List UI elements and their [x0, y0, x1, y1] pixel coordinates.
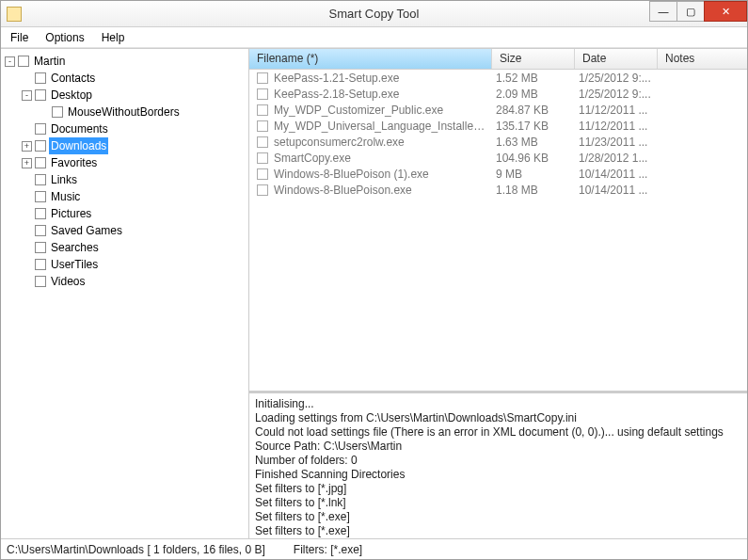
checkbox[interactable] — [52, 106, 63, 118]
tree-label[interactable]: Desktop — [49, 87, 94, 104]
tree-label[interactable]: Searches — [49, 239, 101, 256]
tree-label[interactable]: Music — [49, 188, 82, 205]
expander-icon[interactable]: + — [22, 158, 32, 168]
checkbox[interactable] — [35, 242, 46, 253]
checkbox[interactable] — [257, 120, 268, 132]
tree-label[interactable]: Saved Games — [49, 222, 124, 239]
tree-root[interactable]: - Martin — [3, 53, 247, 70]
menu-help[interactable]: Help — [102, 31, 125, 44]
file-name: KeePass-1.21-Setup.exe — [274, 72, 399, 85]
status-filters: Filters: [*.exe] — [294, 543, 362, 556]
col-notes[interactable]: Notes — [658, 49, 747, 69]
statusbar: C:\Users\Martin\Downloads [ 1 folders, 1… — [1, 538, 747, 559]
file-date: 10/14/2011 ... — [575, 184, 658, 197]
log-line: Set filters to [*.exe] — [255, 510, 741, 524]
expander-icon — [22, 192, 32, 202]
tree-item[interactable]: Searches — [3, 239, 247, 256]
file-name: setupconsumerc2rolw.exe — [274, 136, 405, 149]
file-size: 284.87 KB — [492, 104, 575, 117]
checkbox[interactable] — [257, 184, 268, 196]
file-size: 104.96 KB — [492, 152, 575, 165]
checkbox[interactable] — [35, 157, 46, 168]
file-row[interactable]: KeePass-2.18-Setup.exe2.09 MB1/25/2012 9… — [249, 86, 747, 102]
expander-icon[interactable]: + — [22, 141, 32, 152]
log-pane[interactable]: Initialising...Loading settings from C:\… — [249, 392, 747, 538]
checkbox[interactable] — [35, 89, 46, 101]
file-row[interactable]: SmartCopy.exe104.96 KB1/28/2012 1... — [249, 150, 747, 166]
tree-label[interactable]: Favorites — [49, 154, 99, 171]
tree-label[interactable]: UserTiles — [49, 256, 100, 273]
checkbox[interactable] — [257, 72, 268, 84]
tree-label[interactable]: MouseWithoutBorders — [66, 104, 182, 120]
tree-item[interactable]: MouseWithoutBorders — [3, 104, 247, 120]
tree-label[interactable]: Videos — [49, 273, 87, 290]
file-row[interactable]: KeePass-1.21-Setup.exe1.52 MB1/25/2012 9… — [249, 70, 747, 86]
file-row[interactable]: Windows-8-BluePoison (1).exe9 MB10/14/20… — [249, 166, 747, 182]
tree-item[interactable]: UserTiles — [3, 256, 247, 273]
file-name: My_WDP_Universal_Language_Installer_Publ… — [274, 120, 486, 133]
file-row[interactable]: My_WDP_Customizer_Public.exe284.87 KB11/… — [249, 102, 747, 118]
maximize-button[interactable]: ▢ — [676, 1, 705, 22]
tree-item[interactable]: Saved Games — [3, 222, 247, 239]
checkbox[interactable] — [35, 140, 46, 152]
checkbox[interactable] — [35, 72, 46, 84]
file-date: 1/25/2012 9:... — [575, 72, 658, 85]
file-row[interactable]: My_WDP_Universal_Language_Installer_Publ… — [249, 118, 747, 134]
file-row[interactable]: Windows-8-BluePoison.exe1.18 MB10/14/201… — [249, 182, 747, 198]
tree-item[interactable]: +Downloads — [3, 137, 247, 154]
tree-item[interactable]: -Desktop — [3, 87, 247, 104]
file-size: 1.52 MB — [492, 72, 575, 85]
file-date: 11/23/2011 ... — [575, 136, 658, 149]
tree-item[interactable]: Links — [3, 171, 247, 188]
checkbox[interactable] — [35, 225, 46, 236]
checkbox[interactable] — [257, 152, 268, 164]
checkbox[interactable] — [35, 174, 46, 185]
col-size[interactable]: Size — [492, 49, 575, 69]
checkbox[interactable] — [35, 208, 46, 219]
file-row[interactable]: setupconsumerc2rolw.exe1.63 MB11/23/2011… — [249, 134, 747, 150]
folder-tree[interactable]: - Martin Contacts-DesktopMouseWithoutBor… — [1, 49, 249, 538]
checkbox[interactable] — [35, 123, 46, 135]
file-date: 10/14/2011 ... — [575, 168, 658, 181]
tree-item[interactable]: Videos — [3, 273, 247, 290]
col-filename[interactable]: Filename (*) — [249, 49, 492, 69]
checkbox[interactable] — [257, 168, 268, 180]
checkbox[interactable] — [35, 191, 46, 202]
file-name: KeePass-2.18-Setup.exe — [274, 88, 399, 101]
expander-icon — [22, 124, 32, 135]
tree-label[interactable]: Martin — [32, 53, 67, 70]
tree-item[interactable]: Pictures — [3, 205, 247, 222]
checkbox[interactable] — [257, 104, 268, 116]
expander-icon — [39, 107, 49, 118]
titlebar[interactable]: Smart Copy Tool — ▢ ✕ — [1, 1, 747, 27]
tree-label[interactable]: Downloads — [49, 137, 108, 154]
log-line: Loading settings from C:\Users\Martin\Do… — [255, 411, 741, 425]
tree-label[interactable]: Documents — [49, 120, 110, 137]
tree-label[interactable]: Pictures — [49, 205, 93, 222]
tree-item[interactable]: Contacts — [3, 70, 247, 87]
expander-icon — [22, 243, 32, 253]
expander-icon[interactable]: - — [22, 90, 32, 101]
checkbox[interactable] — [35, 276, 46, 287]
checkbox[interactable] — [257, 88, 268, 100]
tree-item[interactable]: Music — [3, 188, 247, 205]
menu-options[interactable]: Options — [45, 31, 84, 44]
file-date: 1/28/2012 1... — [575, 152, 658, 165]
tree-item[interactable]: Documents — [3, 120, 247, 137]
checkbox[interactable] — [257, 136, 268, 148]
close-button[interactable]: ✕ — [704, 1, 747, 22]
log-line: Finished Scanning Directories — [255, 468, 741, 482]
minimize-button[interactable]: — — [649, 1, 677, 22]
file-name: Windows-8-BluePoison.exe — [274, 184, 412, 197]
tree-item[interactable]: +Favorites — [3, 154, 247, 171]
menu-file[interactable]: File — [10, 31, 28, 44]
checkbox[interactable] — [35, 259, 46, 270]
checkbox[interactable] — [18, 56, 29, 67]
log-line: Set filters to [*.jpg] — [255, 482, 741, 496]
expander-icon[interactable]: - — [5, 56, 15, 67]
log-line: Set filters to [*.lnk] — [255, 496, 741, 510]
tree-label[interactable]: Contacts — [49, 70, 97, 87]
file-rows[interactable]: KeePass-1.21-Setup.exe1.52 MB1/25/2012 9… — [249, 70, 747, 391]
col-date[interactable]: Date — [575, 49, 658, 69]
tree-label[interactable]: Links — [49, 171, 79, 188]
